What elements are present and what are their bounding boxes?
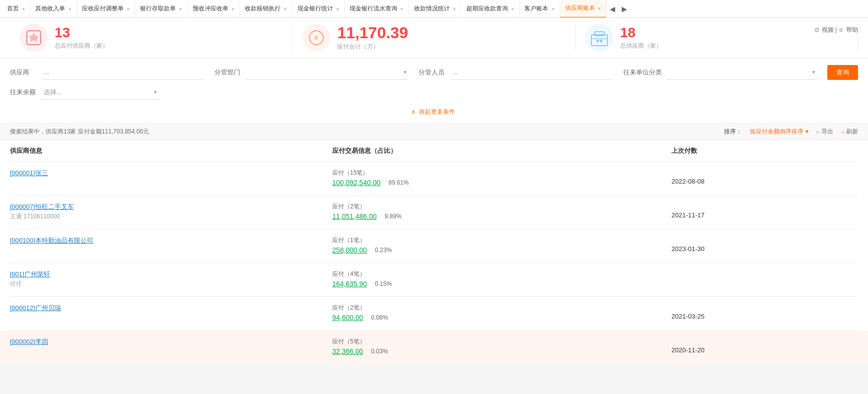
nav-tab-receipt-stat-label: 收款情况统计 (414, 4, 450, 13)
nav-tab-supplier-ledger[interactable]: 供应商账本 × (560, 0, 606, 18)
result-bar: 搜索结果中，供应商13家 应付金额111,703,854.00元 排序： 按应付… (0, 124, 868, 140)
nav-tab-home[interactable]: 首页 × (2, 0, 30, 18)
person-label: 分管人员 (419, 68, 446, 77)
table-row: [000100]本特勤油品有限公司 应付（1笔） 258,000.00 0.23… (10, 229, 858, 263)
query-button[interactable]: 查询 (827, 65, 858, 80)
export-button[interactable]: ○ 导出 (816, 128, 833, 136)
table-header: 供应商信息 应付交易信息（占比） 上次付数 (10, 140, 858, 162)
nav-tab-other-income-close[interactable]: × (68, 6, 71, 12)
nav-tab-bank-deposit[interactable]: 银行存取款单 × (135, 0, 187, 18)
nav-tab-receipt[interactable]: 收款核销执行 × (240, 0, 292, 18)
nav-tab-ar-ap-adjust-close[interactable]: × (127, 6, 130, 12)
dept-select[interactable]: ▾ (246, 65, 409, 80)
supplier-name-4[interactable]: [000012]广州贝瑞 (10, 304, 332, 313)
header-transaction-info: 应付交易信息（占比） (332, 146, 671, 155)
nav-tab-overdue-close[interactable]: × (511, 6, 514, 12)
nav-arrow-right[interactable]: ▶ (618, 0, 630, 18)
trans-label-4: 应付（2笔） (332, 304, 671, 312)
svg-text:¥: ¥ (314, 34, 318, 42)
video-link[interactable]: 视频 (822, 26, 834, 33)
trans-amount-1[interactable]: 11,051,486.00 (332, 212, 377, 220)
supplier-name-2[interactable]: [000100]本特勤油品有限公司 (10, 236, 332, 245)
dept-chevron-icon: ▾ (404, 69, 407, 75)
total-payable-suppliers-number: 13 (55, 26, 108, 40)
category-select[interactable]: ▾ (666, 65, 818, 80)
nav-tab-overdue[interactable]: 超期应收款查询 × (461, 0, 519, 18)
video-icon: ⊙ (814, 26, 819, 33)
balance-select[interactable]: 选择... ▾ (42, 85, 159, 100)
nav-tab-receipt-close[interactable]: × (284, 6, 287, 12)
trans-percent-2: 0.23% (375, 247, 392, 254)
trans-label-2: 应付（1笔） (332, 236, 671, 245)
last-pay-date-4: 2021-03-25 (671, 304, 858, 320)
trans-label-1: 应付（2笔） (332, 202, 671, 211)
trans-label-3: 应付（4笔） (332, 270, 671, 278)
nav-tab-prepay[interactable]: 预收冲应收单 × (188, 0, 240, 18)
trans-amount-5[interactable]: 32,366.00 (332, 347, 363, 355)
nav-tab-customer-ledger-close[interactable]: × (551, 6, 554, 12)
header-last-pay: 上次付数 (671, 146, 858, 155)
last-pay-date-5: 2020-11-20 (671, 337, 858, 354)
supplier-name-0[interactable]: [000001]张三 (10, 169, 332, 178)
nav-tab-ar-ap-adjust[interactable]: 应收应付调整单 × (77, 0, 135, 18)
supplier-name-3[interactable]: [001]广州荣轩 (10, 270, 332, 279)
nav-tab-overdue-label: 超期应收款查询 (466, 4, 508, 13)
lastpay-col-3 (671, 270, 858, 279)
stats-bar: 13 总应付供应商（家） ¥ 11,170.39 应付合计（万） (0, 18, 868, 58)
trans-label-5: 应付（5笔） (332, 337, 671, 346)
last-pay-date-0: 2022-08-08 (671, 169, 858, 185)
transaction-col-2: 应付（1笔） 258,000.00 0.23% (332, 236, 671, 256)
lastpay-col-2: 2023-01-30 (671, 236, 858, 253)
transaction-col-5: 应付（5笔） 32,366.00 0.03% (332, 337, 671, 357)
nav-tab-bank-deposit-close[interactable]: × (179, 6, 182, 12)
filter-area: 供应商 分管部门 ▾ 分管人员 往来单位分类 ▾ 查询 (0, 58, 868, 124)
nav-tab-cash-bank-flow-close[interactable]: × (400, 6, 403, 12)
refresh-circle-icon: ○ (841, 129, 845, 135)
svg-rect-4 (591, 35, 607, 46)
nav-tab-other-income-label: 其他收入单 (35, 4, 65, 13)
person-input[interactable] (450, 65, 613, 80)
supplier-input[interactable] (42, 65, 205, 80)
nav-tab-customer-ledger[interactable]: 客户账本 × (519, 0, 560, 18)
collapse-button[interactable]: ∧ 收起更多条件 (10, 105, 858, 118)
trans-percent-1: 9.89% (385, 213, 402, 220)
trans-amount-4[interactable]: 94,600.00 (332, 314, 363, 322)
supplier-name-1[interactable]: [000007]恒旺二手叉车 (10, 202, 332, 211)
balance-label: 往来余额 (10, 88, 38, 97)
nav-tab-prepay-close[interactable]: × (231, 6, 234, 12)
nav-tab-supplier-ledger-close[interactable]: × (598, 5, 601, 11)
category-chevron-icon: ▾ (812, 69, 815, 75)
filter-category: 往来单位分类 ▾ (623, 65, 818, 80)
separator: | (835, 26, 838, 33)
help-link[interactable]: 帮助 (846, 26, 858, 33)
trans-amount-3[interactable]: 164,635.90 (332, 280, 367, 288)
filter-supplier: 供应商 (10, 65, 205, 80)
supplier-col-2: [000100]本特勤油品有限公司 (10, 236, 332, 245)
trans-amount-2[interactable]: 258,000.00 (332, 246, 367, 254)
nav-tab-home-close[interactable]: × (22, 6, 25, 12)
total-suppliers-icon (585, 24, 613, 52)
svg-rect-6 (596, 40, 599, 42)
trans-amount-0[interactable]: 100,092,540.00 (332, 179, 380, 187)
export-label: 导出 (821, 128, 833, 136)
supplier-col-3: [001]广州荣轩 仔仔 (10, 270, 332, 288)
nav-tab-receipt-stat[interactable]: 收款情况统计 × (409, 0, 461, 18)
nav-arrow-left[interactable]: ◀ (606, 0, 618, 18)
nav-tab-cash-bank-stat[interactable]: 现金银行统计 × (292, 0, 345, 18)
transaction-col-3: 应付（4笔） 164,635.90 0.15% (332, 270, 671, 289)
nav-tab-cash-bank-flow[interactable]: 现金银行流水查询 × (345, 0, 409, 18)
refresh-button[interactable]: ○ 刷新 (841, 128, 858, 136)
nav-tab-other-income[interactable]: 其他收入单 × (30, 0, 76, 18)
category-label: 往来单位分类 (623, 68, 662, 77)
table-row: [000012]广州贝瑞 应付（2笔） 94,600.00 0.08% 2021… (10, 297, 858, 330)
nav-tab-receipt-stat-close[interactable]: × (453, 6, 456, 12)
supplier-name-5[interactable]: [000002]李四 (10, 337, 332, 346)
payable-total-icon: ¥ (302, 24, 330, 52)
filter-row-2: 往来余额 选择... ▾ (10, 85, 159, 100)
sort-select[interactable]: 按应付余额倒序排序 ▾ (750, 128, 808, 136)
supplier-col-0: [000001]张三 (10, 169, 332, 178)
sort-label: 排序： (724, 128, 742, 136)
payable-total-number: 11,170.39 (337, 25, 408, 41)
supplier-sub-1: 王通 17106110000 (10, 212, 332, 221)
nav-tab-cash-bank-stat-close[interactable]: × (336, 6, 339, 12)
